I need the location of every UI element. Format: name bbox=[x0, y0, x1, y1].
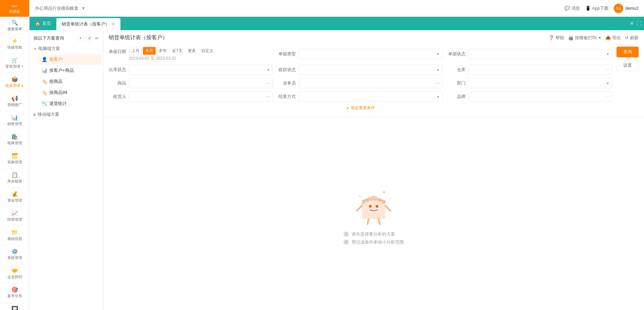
status-dropdown[interactable]: ▼ bbox=[468, 49, 612, 59]
print-icon: 🖨️ bbox=[568, 35, 574, 40]
customer-product-icon: 📊 bbox=[42, 68, 47, 73]
settlement-dropdown[interactable]: ▼ bbox=[299, 92, 443, 102]
chevron-down-icon: ▼ bbox=[21, 65, 24, 68]
retail-label: 零售管理 bbox=[5, 64, 20, 69]
date-this-month-btn[interactable]: 本月 bbox=[143, 47, 156, 55]
scheme-panel: 按以下方案查询 + ↺ ≪ ▼ 电脑端方案 👤 按客户 bbox=[30, 30, 103, 310]
scheme-item-return-stat[interactable]: 📉 退货统计 bbox=[38, 98, 102, 109]
tabbar: 🏠 首页 销货单统计表（按客户） ✕ ✕ ⛶ bbox=[30, 17, 644, 30]
search-icon: 🔍 bbox=[11, 19, 18, 26]
date-filter-control: 上月 本月 本年 近7天 更多 自定义 2023-03-01 至 2023-03… bbox=[129, 47, 273, 61]
receipt-status-dropdown[interactable]: ▼ bbox=[299, 65, 443, 75]
sidebar-item-finance[interactable]: 💰 资金管理 bbox=[0, 188, 29, 207]
date-this-year-btn[interactable]: 本年 bbox=[156, 47, 169, 55]
sidebar-item-wholesale[interactable]: 📦 批发管理 ▲ bbox=[0, 73, 29, 92]
sidebar-item-marketing[interactable]: 📢 营销推广 bbox=[0, 92, 29, 111]
sidebar-item-retail[interactable]: 🛒 零售管理 ▼ bbox=[0, 54, 29, 73]
collapse-btn[interactable]: ∧ 收起更多条件 bbox=[109, 103, 612, 113]
tab-close-icon[interactable]: ✕ bbox=[112, 22, 115, 27]
sidebar-item-ecommerce[interactable]: 🛍️ 电商管理 bbox=[0, 130, 29, 149]
tip-text-2: 用过滤条件来缩小分析范围 bbox=[352, 239, 404, 245]
warehouse-input[interactable]: ··· bbox=[468, 65, 612, 75]
sales-label: 销售管理 bbox=[7, 121, 22, 126]
maximize-icon[interactable]: ⛶ bbox=[637, 21, 641, 26]
warehouse-dots: ··· bbox=[605, 67, 609, 73]
sidebar-item-inventory[interactable]: 📋 库存核算 bbox=[0, 168, 29, 188]
settings-button[interactable]: 设置 bbox=[616, 60, 639, 71]
scheme-refresh-button[interactable]: ↺ bbox=[86, 35, 93, 42]
svg-rect-6 bbox=[365, 202, 382, 214]
sidebar-item-appstore[interactable]: 🔲 应用中心 bbox=[0, 302, 29, 310]
svg-text:畅捷通: 畅捷通 bbox=[12, 5, 17, 7]
sidebar-item-operation[interactable]: 📈 经营管理 bbox=[0, 207, 29, 226]
product-input[interactable]: ··· bbox=[129, 78, 273, 88]
finance-label: 资金管理 bbox=[7, 198, 22, 203]
sidebar-item-purchase[interactable]: 🗂️ 采购管理 bbox=[0, 149, 29, 168]
product99-icon: 🏷️ bbox=[42, 90, 47, 95]
purchase-icon: 🗂️ bbox=[11, 153, 18, 159]
tip-text-1: 请先选择要分析的方案 bbox=[352, 231, 395, 237]
brand-input[interactable]: ··· bbox=[468, 92, 612, 102]
date-custom-btn[interactable]: 自定义 bbox=[199, 47, 216, 55]
sidebar-item-system[interactable]: ⚙️ 系统管理 bbox=[0, 245, 29, 264]
scheme-add-button[interactable]: + bbox=[77, 35, 84, 42]
user-profile[interactable]: Ea demo2 bbox=[614, 4, 639, 13]
scheme-item-by-product[interactable]: 🏷️ 按商品 bbox=[38, 76, 102, 87]
mobile-group-label: 移动端方案 bbox=[38, 111, 59, 117]
tab-home[interactable]: 🏠 首页 bbox=[30, 17, 56, 30]
help-button[interactable]: ❓ 帮助 bbox=[549, 35, 564, 41]
filter-item-type: 单据类型 ▼ bbox=[278, 49, 443, 59]
product-dots: ··· bbox=[266, 80, 270, 86]
system-label: 系统管理 bbox=[7, 255, 22, 260]
export-label: 导出 bbox=[612, 35, 621, 41]
sidebar-item-quicknav[interactable]: ⚡ 快捷导航 bbox=[0, 35, 29, 54]
export-button[interactable]: 📤 导出 bbox=[605, 35, 621, 41]
date-7days-btn[interactable]: 近7天 bbox=[170, 47, 185, 55]
basic-label: 基础信息 bbox=[7, 236, 22, 241]
empty-illustration: ✦ ✦ bbox=[350, 182, 397, 226]
filter-item-receipt-status: 收款状态 ▼ bbox=[278, 65, 443, 75]
svg-line-11 bbox=[357, 206, 362, 211]
date-last-month-btn[interactable]: 上月 bbox=[129, 47, 142, 55]
inventory-icon: 📋 bbox=[11, 172, 18, 178]
close-window-icon[interactable]: ✕ bbox=[630, 21, 634, 26]
newbie-label: 新手引导 bbox=[7, 294, 22, 299]
receipt-status-dropdown-icon: ▼ bbox=[436, 68, 440, 72]
filter-item-dept: 部门 ▼ bbox=[448, 78, 612, 88]
out-status-dropdown[interactable]: ▼ bbox=[129, 65, 273, 75]
item-label: 退货统计 bbox=[49, 101, 67, 107]
brand-dots: ··· bbox=[605, 94, 609, 100]
return-icon: 📉 bbox=[42, 101, 47, 106]
scheme-group-mobile-header[interactable]: ▶ 移动端方案 bbox=[30, 109, 103, 119]
scheme-item-by-customer[interactable]: 👤 按客户 bbox=[38, 54, 102, 65]
filter-fields: 单据日期 上月 本月 本年 近7天 更多 自定义 bbox=[109, 47, 612, 113]
sidebar-item-basic[interactable]: 📁 基础信息 bbox=[0, 226, 29, 245]
sidebar-item-sales[interactable]: 📊 销售管理 bbox=[0, 111, 29, 130]
scheme-item-by-customer-product[interactable]: 📊 按客户+商品 bbox=[38, 65, 102, 76]
message-button[interactable]: 💬 消息 bbox=[565, 5, 580, 11]
salesperson-input[interactable]: ··· bbox=[299, 78, 443, 88]
receiver-input[interactable]: ··· bbox=[129, 92, 273, 102]
refresh-button[interactable]: ↺ 刷新 bbox=[625, 35, 639, 41]
refresh-icon: ↺ bbox=[625, 35, 629, 40]
sidebar-item-newbie[interactable]: 🎯 新手引导 bbox=[0, 283, 29, 302]
scheme-item-by-product-99[interactable]: 🏷️ 按商品99 bbox=[38, 87, 102, 98]
sidebar-search[interactable]: 🔍 搜索菜单 bbox=[0, 17, 29, 35]
filter-item-receiver: 收货人 ··· bbox=[109, 92, 273, 102]
dept-dropdown-icon: ▼ bbox=[606, 82, 609, 85]
scheme-group-desktop-header[interactable]: ▼ 电脑端方案 bbox=[30, 44, 103, 54]
query-button[interactable]: 查询 bbox=[616, 47, 639, 57]
date-more-btn[interactable]: 更多 bbox=[185, 47, 198, 55]
type-dropdown[interactable]: ▼ bbox=[299, 49, 443, 59]
dept-dropdown[interactable]: ▼ bbox=[468, 78, 612, 88]
print-button[interactable]: 🖨️ 按模板打印 ▼ bbox=[568, 35, 601, 41]
tab-home-label: 首页 bbox=[42, 20, 51, 27]
scheme-collapse-button[interactable]: ≪ bbox=[95, 36, 99, 41]
svg-line-13 bbox=[368, 219, 369, 224]
scheme-group-mobile: ▶ 移动端方案 bbox=[30, 109, 103, 119]
app-download-button[interactable]: 📱 App下载 bbox=[585, 5, 608, 11]
workspace-title: 办公用品行业模拟账套 bbox=[35, 5, 78, 11]
workspace-dropdown-icon[interactable]: ▼ bbox=[81, 6, 86, 11]
sidebar-item-enterprise[interactable]: 🤝 企业协同 bbox=[0, 264, 29, 283]
tab-sales-stat[interactable]: 销货单统计表（按客户） ✕ bbox=[56, 18, 120, 30]
